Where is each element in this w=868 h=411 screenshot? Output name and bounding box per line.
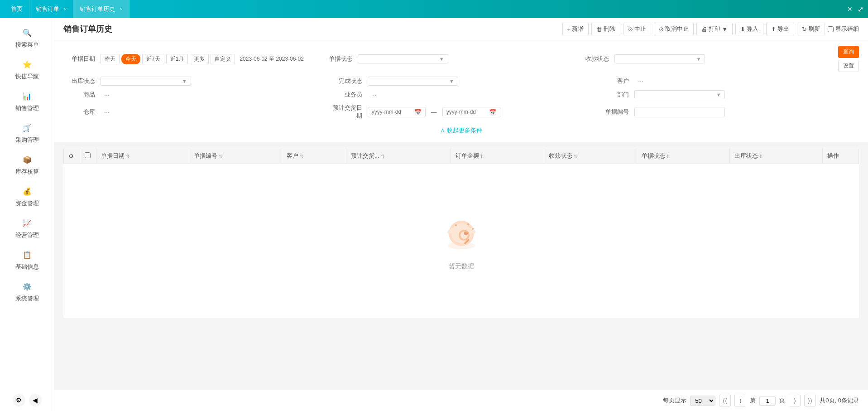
sidebar-item-operations[interactable]: 📈 经营管理	[0, 212, 54, 244]
customer-dots-btn[interactable]: ···	[634, 77, 647, 86]
warehouse-dots-btn[interactable]: ···	[101, 107, 113, 116]
date-btn-today[interactable]: 今天	[121, 54, 140, 64]
bill-status-select[interactable]: ▼	[358, 54, 448, 63]
page-last-btn[interactable]: ⟩⟩	[804, 395, 816, 406]
settings-button[interactable]: 设置	[838, 60, 859, 72]
collapse-label: ∧ 收起更多条件	[440, 127, 482, 134]
bill-number-input[interactable]	[634, 107, 725, 117]
sidebar-item-finance[interactable]: 💰 资金管理	[0, 180, 54, 212]
table-checkbox-header[interactable]	[80, 148, 96, 164]
receipt-status-select[interactable]: ▼	[614, 54, 705, 63]
complete-status-select[interactable]: ▼	[368, 77, 458, 86]
expected-date-to-wrap[interactable]: 📅	[442, 107, 500, 117]
th-number-sort-icon: ⇅	[219, 154, 222, 159]
sidebar-item-purchase[interactable]: 🛒 采购管理	[0, 117, 54, 149]
sidebar-bottom: ⚙ ◀	[0, 389, 54, 411]
print-label: 打印	[709, 25, 720, 33]
cancel-stop-button[interactable]: ⊘ 取消中止	[654, 23, 694, 35]
page-header: 销售订单历史 + 新增 🗑 删除 ⊘ 中止 ⊘ 取消中止	[54, 18, 868, 40]
tab-home[interactable]: 首页	[5, 0, 29, 18]
date-btn-more[interactable]: 更多	[190, 54, 209, 64]
topbar-expand-icon[interactable]: ⤢	[858, 5, 863, 14]
sidebar-item-finance-label: 资金管理	[15, 199, 39, 208]
salesperson-dots-btn[interactable]: ···	[368, 90, 380, 99]
department-field: ▼	[634, 90, 859, 99]
th-date[interactable]: 单据日期 ⇅	[96, 148, 189, 164]
sidebar-item-sales[interactable]: 📊 销售管理	[0, 85, 54, 117]
th-delivery-status[interactable]: 出库状态 ⇅	[729, 148, 822, 164]
empty-text: 暂无数据	[449, 262, 474, 271]
topbar-close-icon[interactable]: ×	[847, 5, 852, 14]
sidebar-item-inventory[interactable]: 📦 库存核算	[0, 149, 54, 180]
print-button[interactable]: 🖨 打印 ▼	[696, 23, 733, 35]
page-first-btn[interactable]: ⟨⟨	[719, 395, 731, 406]
tab-sales-order-close[interactable]: ×	[64, 6, 67, 12]
collapse-row[interactable]: ∧ 收起更多条件	[63, 125, 859, 136]
delivery-status-select[interactable]: ▼	[101, 77, 191, 86]
stop-button[interactable]: ⊘ 中止	[623, 23, 651, 35]
export-button[interactable]: ⬆ 导出	[766, 23, 794, 35]
display-columns-checkbox-label[interactable]: 显示碎细	[828, 25, 859, 33]
th-expected-delivery[interactable]: 预计交货... ⇅	[346, 148, 451, 164]
customer-field: ···	[634, 77, 859, 86]
th-receipt-status[interactable]: 收款状态 ⇅	[544, 148, 637, 164]
delete-button[interactable]: 🗑 删除	[591, 23, 620, 35]
date-btn-yesterday[interactable]: 昨天	[101, 54, 120, 64]
department-select[interactable]: ▼	[634, 90, 725, 99]
th-bill-status[interactable]: 单据状态 ⇅	[637, 148, 729, 164]
query-button[interactable]: 查询	[838, 46, 859, 58]
page-prev-btn[interactable]: ⟨	[734, 395, 746, 406]
th-number[interactable]: 单据编号 ⇅	[189, 148, 282, 164]
date-btn-custom[interactable]: 自定义	[211, 54, 235, 64]
expected-date-to[interactable]	[446, 109, 487, 115]
sidebar-collapse-icon[interactable]: ◀	[29, 394, 42, 406]
date-btn-7days[interactable]: 近7天	[142, 54, 164, 64]
th-amount[interactable]: 订单金额 ⇅	[451, 148, 544, 164]
add-button[interactable]: + 新增	[562, 23, 589, 35]
filter-row-1: 单据日期 昨天 今天 近7天 近1月 更多 自定义 2023-06-02 至 2…	[63, 46, 859, 72]
page-next-btn[interactable]: ⟩	[789, 395, 801, 406]
tab-sales-history[interactable]: 销售订单历史 ×	[73, 0, 129, 18]
table-settings-header[interactable]: ⚙	[64, 148, 80, 164]
sidebar-item-system-label: 系统管理	[15, 295, 39, 303]
page-size-select[interactable]: 50 20 100	[690, 396, 715, 406]
sidebar-item-search[interactable]: 🔍 搜索菜单	[0, 22, 54, 53]
import-icon: ⬇	[740, 26, 745, 33]
sidebar-item-system[interactable]: ⚙️ 系统管理	[0, 276, 54, 307]
th-date-label: 单据日期	[101, 152, 125, 160]
date-btn-1month[interactable]: 近1月	[166, 54, 188, 64]
th-customer[interactable]: 客户 ⇅	[282, 148, 346, 164]
basic-info-icon: 📋	[21, 248, 34, 261]
bill-status-field: ▼	[358, 54, 572, 63]
sidebar-settings-icon[interactable]: ⚙	[13, 394, 25, 406]
receipt-status-chevron: ▼	[696, 56, 701, 62]
import-button[interactable]: ⬇ 导入	[735, 23, 763, 35]
product-dots-btn[interactable]: ···	[101, 90, 113, 99]
sidebar-item-quicknav[interactable]: ⭐ 快捷导航	[0, 53, 54, 85]
expected-date-from-wrap[interactable]: 📅	[368, 107, 426, 117]
expected-date-from[interactable]	[372, 109, 412, 115]
tab-sales-order[interactable]: 销售订单 ×	[29, 0, 73, 18]
export-label: 导出	[777, 25, 789, 33]
page-title: 销售订单历史	[63, 24, 112, 34]
th-customer-label: 客户	[287, 152, 298, 160]
quicknav-icon: ⭐	[21, 58, 34, 71]
sidebar-item-basic-info[interactable]: 📋 基础信息	[0, 244, 54, 276]
tab-sales-history-close[interactable]: ×	[120, 6, 122, 12]
product-field: ···	[101, 90, 325, 99]
filter-row-4: 仓库 ··· 预计交货日期 📅 — 📅 单据编号	[63, 104, 859, 120]
select-all-checkbox[interactable]	[85, 152, 91, 158]
page-size-label: 每页显示	[663, 396, 686, 405]
display-columns-checkbox[interactable]	[828, 26, 834, 32]
svg-point-5	[464, 232, 468, 235]
th-number-label: 单据编号	[194, 152, 217, 160]
cancel-stop-icon: ⊘	[659, 26, 664, 33]
sidebar-item-purchase-label: 采购管理	[15, 136, 39, 144]
sidebar-item-inventory-label: 库存核算	[15, 168, 39, 176]
refresh-button[interactable]: ↻ 刷新	[797, 23, 825, 35]
warehouse-field: ···	[101, 107, 325, 116]
main-layout: 🔍 搜索菜单 ⭐ 快捷导航 📊 销售管理 🛒 采购管理 📦 库存核算 💰 资金管…	[0, 18, 868, 411]
page-number-input[interactable]	[759, 396, 776, 406]
page-go-label: 第	[750, 396, 756, 405]
warehouse-label: 仓库	[63, 108, 95, 116]
